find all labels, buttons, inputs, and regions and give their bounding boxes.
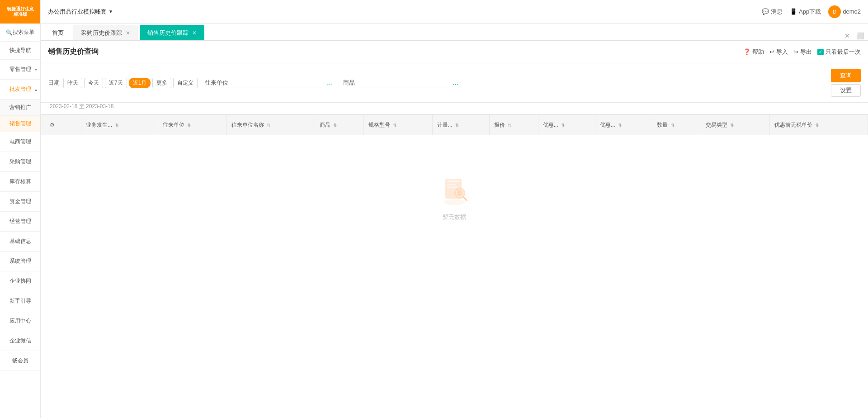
app-download-button[interactable]: 📱 App下载	[790, 8, 821, 16]
app-download-label: App下载	[799, 8, 821, 16]
message-label: 消息	[771, 8, 783, 16]
export-button[interactable]: ↪ 导出	[793, 48, 812, 56]
export-label: 导出	[800, 48, 812, 56]
partner-input[interactable]	[232, 78, 322, 87]
date-btn-more[interactable]: 更多	[152, 78, 171, 88]
partner-picker-icon[interactable]: ...	[326, 79, 332, 87]
sort-partner-name-icon: ⇅	[267, 123, 270, 128]
close-window-button[interactable]: ✕	[843, 31, 852, 40]
shortcut-label: 快捷导航	[9, 47, 31, 54]
sort-biz-date-icon: ⇅	[115, 123, 119, 128]
svg-line-6	[463, 197, 467, 200]
sort-discount1-icon: ⇅	[561, 123, 565, 128]
col-unit[interactable]: 计量... ⇅	[432, 115, 489, 135]
message-button[interactable]: 💬 消息	[762, 8, 783, 16]
tab-sales-history[interactable]: 销售历史价跟踪 ✕	[140, 25, 204, 40]
import-button[interactable]: ↩ 导入	[769, 48, 788, 56]
account-dropdown[interactable]: 办公用品行业模拟账套 ▼	[48, 8, 113, 16]
sidebar-item-retail[interactable]: 零售管理	[0, 60, 41, 80]
col-trade-type[interactable]: 交易类型 ⇅	[701, 115, 770, 135]
help-button[interactable]: ❓ 帮助	[743, 48, 764, 56]
empty-illustration	[436, 171, 472, 208]
date-btn-1month[interactable]: 近1月	[129, 78, 151, 88]
col-quantity[interactable]: 数量 ⇅	[652, 115, 701, 135]
finance-label: 资金管理	[9, 198, 31, 205]
sidebar-item-enterprise[interactable]: 企业协同	[0, 271, 41, 291]
page-header: 销售历史价查询 ❓ 帮助 ↩ 导入 ↪ 导出 ✓	[41, 41, 868, 63]
product-input[interactable]	[359, 78, 449, 87]
close-purchase-tab-icon[interactable]: ✕	[126, 30, 130, 36]
sidebar-item-basic[interactable]: 基础信息	[0, 232, 41, 252]
col-product[interactable]: 商品 ⇅	[315, 115, 363, 135]
help-icon: ❓	[743, 48, 750, 55]
topbar-right: 💬 消息 📱 App下载 D demo2	[762, 5, 861, 18]
chevron-down-icon: ▼	[108, 9, 113, 14]
sidebar-item-member[interactable]: 畅会员	[0, 351, 41, 371]
sidebar-item-operations[interactable]: 经营管理	[0, 212, 41, 232]
date-btn-today[interactable]: 今天	[84, 78, 103, 88]
col-settings: ⚙	[41, 115, 81, 135]
sidebar-item-system[interactable]: 系统管理	[0, 252, 41, 271]
username: demo2	[843, 8, 861, 15]
date-btn-7days[interactable]: 近7天	[105, 78, 127, 88]
sidebar-search[interactable]: 🔍 搜索菜单	[0, 24, 41, 42]
app-logo: 畅捷通好生意 标准版	[0, 0, 41, 24]
avatar-initial: D	[833, 9, 836, 14]
import-label: 导入	[776, 48, 788, 56]
col-biz-date[interactable]: 业务发生... ⇅	[81, 115, 158, 135]
system-label: 系统管理	[9, 257, 31, 265]
sidebar-item-marketing[interactable]: 营销推广	[0, 100, 41, 116]
enterprise-label: 企业协同	[9, 277, 31, 285]
col-pre-tax[interactable]: 优惠前无税单价 ⇅	[769, 115, 868, 135]
sidebar-item-ecommerce[interactable]: 电商管理	[0, 132, 41, 152]
search-label: 搜索菜单	[13, 28, 34, 36]
sort-unit-icon: ⇅	[455, 123, 459, 128]
partner-filter: 往来单位 ...	[205, 78, 332, 87]
col-discount1[interactable]: 优惠... ⇅	[538, 115, 595, 135]
table-container: ⚙ 业务发生... ⇅ 往来单位 ⇅ 往来单位名称	[41, 114, 868, 257]
sidebar-item-wholesale[interactable]: 批发管理	[0, 80, 41, 100]
topbar-left: 办公用品行业模拟账套 ▼	[48, 8, 113, 16]
query-button[interactable]: 查询	[831, 69, 861, 82]
sidebar-item-apps[interactable]: 应用中心	[0, 311, 41, 331]
tab-purchase-history[interactable]: 采购历史价跟踪 ✕	[73, 25, 138, 40]
col-partner-name[interactable]: 往来单位名称 ⇅	[226, 115, 315, 135]
wholesale-label: 批发管理	[9, 86, 31, 93]
sidebar: 畅捷通好生意 标准版 🔍 搜索菜单 快捷导航 零售管理 批发管理 营销推广 销售…	[0, 0, 41, 418]
guide-label: 新手引导	[9, 297, 31, 305]
tab-home[interactable]: 首页	[44, 25, 71, 40]
sidebar-item-finance[interactable]: 资金管理	[0, 192, 41, 212]
sidebar-item-inventory[interactable]: 库存核算	[0, 172, 41, 192]
account-name: 办公用品行业模拟账套	[48, 8, 107, 16]
sidebar-shortcut[interactable]: 快捷导航	[0, 42, 41, 60]
user-profile[interactable]: D demo2	[828, 5, 861, 18]
sidebar-item-sales-mgmt[interactable]: 销售管理	[0, 116, 41, 132]
col-partner-code[interactable]: 往来单位 ⇅	[158, 115, 227, 135]
svg-rect-4	[447, 187, 458, 188]
marketing-label: 营销推广	[9, 104, 31, 111]
content-area: 销售历史价查询 ❓ 帮助 ↩ 导入 ↪ 导出 ✓	[41, 41, 868, 418]
maximize-window-button[interactable]: ⬜	[855, 31, 864, 40]
sort-spec-icon: ⇅	[393, 123, 396, 128]
col-quote[interactable]: 报价 ⇅	[489, 115, 538, 135]
page-title: 销售历史价查询	[48, 47, 99, 57]
only-last-checkbox[interactable]: ✓	[817, 49, 824, 55]
product-picker-icon[interactable]: ...	[453, 79, 458, 87]
close-sales-tab-icon[interactable]: ✕	[192, 30, 197, 36]
sidebar-item-guide[interactable]: 新手引导	[0, 291, 41, 311]
sort-trade-type-icon: ⇅	[730, 123, 734, 128]
sidebar-item-purchase[interactable]: 采购管理	[0, 152, 41, 172]
col-discount2[interactable]: 优惠... ⇅	[595, 115, 652, 135]
col-spec[interactable]: 规格型号 ⇅	[363, 115, 432, 135]
date-range-display: 2023-02-18 至 2023-03-18	[41, 103, 868, 114]
sidebar-item-wechat[interactable]: 企业微信	[0, 331, 41, 351]
date-btn-custom[interactable]: 自定义	[173, 78, 198, 88]
date-btn-yesterday[interactable]: 昨天	[63, 78, 82, 88]
only-last-toggle[interactable]: ✓ 只看最后一次	[817, 48, 861, 56]
basic-label: 基础信息	[9, 238, 31, 245]
search-icon: 🔍	[6, 29, 13, 36]
settings-button[interactable]: 设置	[831, 84, 861, 97]
column-settings-icon[interactable]: ⚙	[46, 119, 58, 131]
only-last-label: 只看最后一次	[826, 48, 861, 56]
logo-subtext: 标准版	[14, 12, 27, 17]
